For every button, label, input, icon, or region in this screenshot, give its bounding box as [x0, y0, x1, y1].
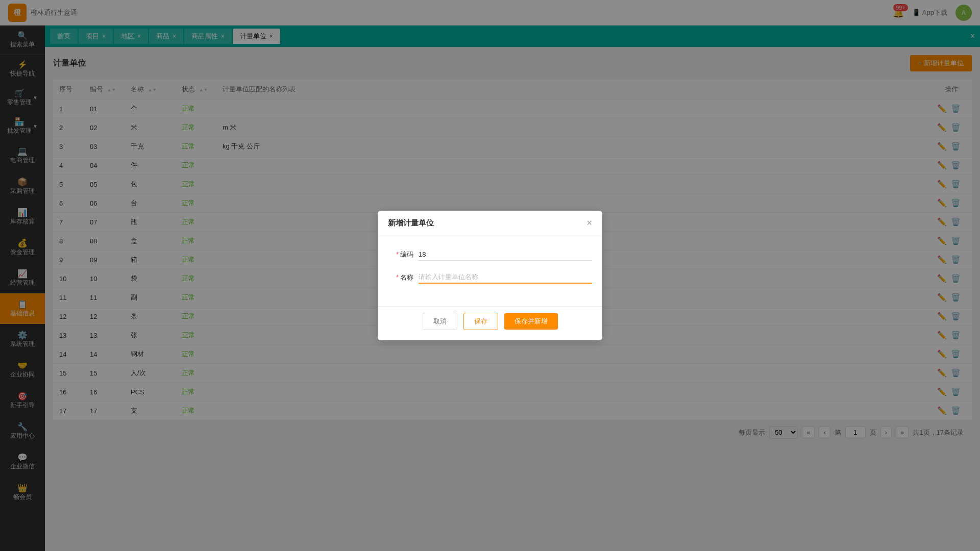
modal-body: *编码 *名称 [378, 236, 602, 306]
form-row-code: *编码 [388, 248, 592, 261]
modal-title: 新增计量单位 [388, 218, 434, 228]
required-star: * [396, 251, 399, 258]
code-label: *编码 [388, 250, 413, 259]
modal-overlay: 新增计量单位 × *编码 *名称 取消 保存 保存并新增 [0, 0, 980, 551]
add-measure-unit-modal: 新增计量单位 × *编码 *名称 取消 保存 保存并新增 [378, 211, 602, 340]
save-continue-button[interactable]: 保存并新增 [504, 313, 558, 330]
form-row-name: *名称 [388, 271, 592, 284]
required-star-name: * [396, 273, 399, 281]
name-label: *名称 [388, 273, 413, 282]
modal-close-button[interactable]: × [586, 218, 592, 229]
save-button[interactable]: 保存 [463, 313, 498, 330]
code-input[interactable] [419, 248, 592, 261]
name-input[interactable] [419, 271, 592, 284]
cancel-button[interactable]: 取消 [423, 313, 457, 330]
modal-footer: 取消 保存 保存并新增 [378, 306, 602, 340]
modal-header: 新增计量单位 × [378, 211, 602, 236]
